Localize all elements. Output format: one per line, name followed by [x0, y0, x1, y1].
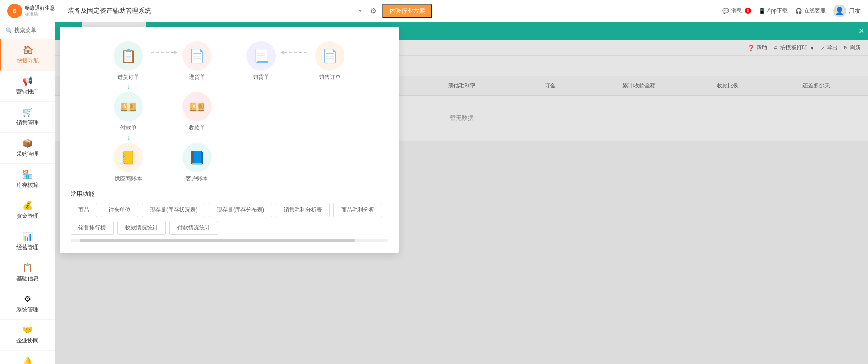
- sales-order-icon: 📄: [315, 41, 344, 71]
- func-btn-product-profit[interactable]: 商品毛利分析: [333, 203, 382, 217]
- operation-icon: 📊: [22, 232, 33, 242]
- sidebar-item-basic[interactable]: 📋 基础信息: [0, 257, 55, 288]
- flow-sales-order[interactable]: 📄 销售订单: [307, 41, 353, 81]
- sidebar-item-system[interactable]: ⚙ 系统管理: [0, 288, 55, 320]
- arrow-down-1: ↓: [127, 83, 130, 90]
- guide-icon: 🔔: [22, 356, 33, 364]
- sidebar-item-quick-nav[interactable]: 🏠 快捷导航: [0, 39, 55, 71]
- user-area[interactable]: 👤 用友: [833, 5, 861, 17]
- sales-icon: 🛒: [22, 107, 33, 117]
- far-right-col: 📄 销售订单: [307, 41, 353, 81]
- logo-text: 畅康通好生意 标准版: [25, 5, 55, 17]
- basic-icon: 📋: [22, 263, 33, 273]
- func-btn-receipt-stats[interactable]: 收款情况统计: [117, 221, 166, 235]
- download-icon: 📱: [759, 8, 765, 14]
- message-icon: 💬: [722, 8, 729, 14]
- func-btn-payment-stats[interactable]: 付款情况统计: [169, 221, 218, 235]
- marketing-icon: 📢: [22, 76, 33, 86]
- system-title: 装备及固定资产辅助管理系统: [68, 7, 358, 15]
- flow-sales-bill[interactable]: 📃 销货单: [238, 41, 284, 81]
- arrow-down-4: ↓: [196, 134, 199, 141]
- payment-icon: 💴: [114, 92, 143, 121]
- trial-btn[interactable]: 体验行业方案: [382, 4, 432, 18]
- arrow-sales-order-to-bill: ◀: [284, 41, 307, 53]
- func-btn-counterpart[interactable]: 往来单位: [101, 203, 138, 217]
- flow-customer-ledger[interactable]: 📘 客户账本: [174, 143, 220, 183]
- flow-chart: 📋 进货订单 ↓ 💴 付款单 ↓ 📒 供应商账本: [71, 38, 388, 183]
- supplier-ledger-icon: 📒: [114, 143, 143, 172]
- func-btn-stock-status[interactable]: 现存量(库存状况表): [142, 203, 205, 217]
- message-btn[interactable]: 💬 消息 6: [722, 7, 751, 15]
- settings-icon[interactable]: ⚙: [370, 6, 377, 15]
- headset-icon: 🎧: [795, 8, 802, 14]
- inventory-icon: 🏪: [22, 169, 33, 179]
- arrow-down-3: ↓: [127, 134, 130, 141]
- logo-area: 6 畅康通好生意 标准版: [7, 4, 62, 18]
- header-right: 💬 消息 6 📱 App下载 🎧 在线客服 👤 用友: [722, 5, 861, 17]
- flow-purchase-order[interactable]: 📋 进货订单: [105, 41, 151, 81]
- quick-nav-icon: 🏠: [23, 45, 33, 55]
- common-title: 常用功能: [71, 190, 388, 198]
- sidebar-item-sales[interactable]: 🛒 销售管理: [0, 102, 55, 133]
- purchase-icon: 📦: [22, 138, 33, 148]
- sidebar-item-guide[interactable]: 🔔 新手引导: [0, 351, 55, 364]
- flow-receipt[interactable]: 💴 收款单: [174, 92, 220, 132]
- sidebar-item-marketing[interactable]: 📢 营销推广: [0, 71, 55, 102]
- common-functions: 常用功能 商品 往来单位 现存量(库存状况表) 现存量(库存分布表) 销售毛利分…: [71, 190, 388, 235]
- purchase-order-icon: 📋: [114, 41, 143, 71]
- popup-scrollbar[interactable]: [71, 239, 388, 242]
- func-buttons-row2: 销售排行榜 收款情况统计 付款情况统计: [71, 221, 388, 235]
- func-btn-sales-profit[interactable]: 销售毛利分析表: [276, 203, 330, 217]
- sidebar-item-inventory[interactable]: 🏪 库存核算: [0, 164, 55, 195]
- sidebar: 🔍 搜索菜单 🏠 快捷导航 📢 营销推广 🛒 销售管理 📦 采购管理 🏪 库存核…: [0, 22, 55, 364]
- customer-ledger-icon: 📘: [182, 143, 212, 172]
- collab-icon: 🤝: [22, 325, 33, 335]
- flow-payment[interactable]: 💴 付款单: [105, 92, 151, 132]
- online-service-btn[interactable]: 🎧 在线客服: [795, 7, 826, 15]
- top-header: 6 畅康通好生意 标准版 装备及固定资产辅助管理系统 ▼ ⚙ 体验行业方案 💬 …: [0, 0, 868, 22]
- popup-scrollbar-thumb: [80, 239, 355, 242]
- system-dropdown-btn[interactable]: ▼: [358, 8, 363, 14]
- user-avatar: 👤: [833, 5, 846, 17]
- logo-icon: 6: [7, 4, 22, 18]
- finance-icon: 💰: [22, 201, 33, 211]
- arrow-purchase-order-to-bill: ▶: [151, 41, 174, 53]
- sidebar-item-purchase[interactable]: 📦 采购管理: [0, 133, 55, 164]
- receipt-icon: 💴: [182, 92, 212, 121]
- right-col: 📃 销货单: [238, 41, 284, 174]
- func-btn-sales-rank[interactable]: 销售排行榜: [71, 221, 114, 235]
- func-btn-product[interactable]: 商品: [71, 203, 97, 217]
- popup-overlay[interactable]: 📋 进货订单 ↓ 💴 付款单 ↓ 📒 供应商账本: [55, 22, 868, 364]
- app-download-btn[interactable]: 📱 App下载: [759, 7, 788, 15]
- search-icon: 🔍: [5, 27, 12, 34]
- mid-col: 📄 进货单 ↓ 💴 收款单 ↓ 📘 客户账本: [174, 41, 220, 183]
- sidebar-item-collab[interactable]: 🤝 企业协同: [0, 320, 55, 351]
- sales-bill-icon: 📃: [246, 41, 276, 71]
- arrow-down-2: ↓: [196, 83, 199, 90]
- sidebar-item-finance[interactable]: 💰 资金管理: [0, 195, 55, 226]
- flow-purchase-bill[interactable]: 📄 进货单: [174, 41, 220, 81]
- system-icon: ⚙: [24, 294, 31, 304]
- left-col: 📋 进货订单 ↓ 💴 付款单 ↓ 📒 供应商账本: [105, 41, 151, 183]
- flow-supplier-ledger[interactable]: 📒 供应商账本: [105, 143, 151, 183]
- purchase-bill-icon: 📄: [182, 41, 212, 71]
- sidebar-search[interactable]: 🔍 搜索菜单: [0, 22, 55, 39]
- sidebar-item-operation[interactable]: 📊 经营管理: [0, 226, 55, 257]
- message-badge: 6: [745, 8, 751, 14]
- func-buttons: 商品 往来单位 现存量(库存状况表) 现存量(库存分布表) 销售毛利分析表 商品…: [71, 203, 388, 217]
- func-btn-stock-dist[interactable]: 现存量(库存分布表): [209, 203, 272, 217]
- popup: 📋 进货订单 ↓ 💴 付款单 ↓ 📒 供应商账本: [60, 27, 399, 253]
